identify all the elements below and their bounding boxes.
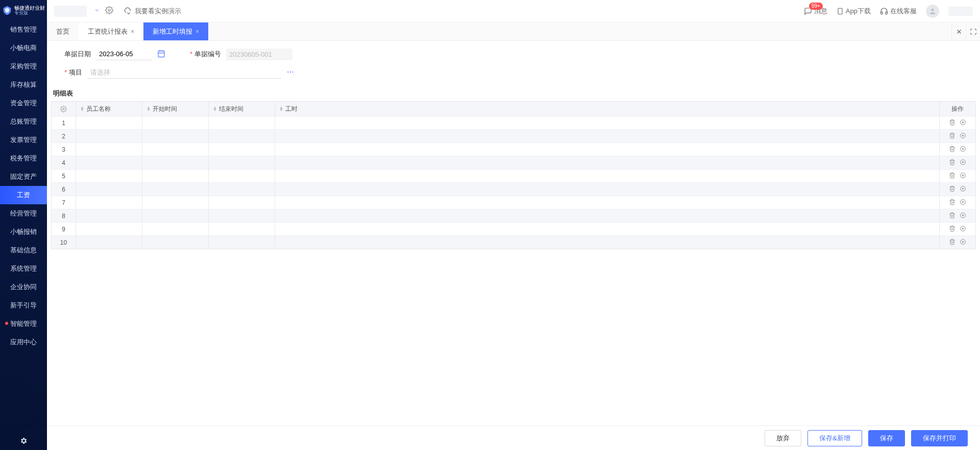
sidebar-item-12[interactable]: 基础信息 [0, 241, 47, 259]
col-end[interactable]: ▲▼结束时间 [209, 102, 275, 116]
sidebar-item-14[interactable]: 企业协同 [0, 278, 47, 296]
table-row[interactable]: 1 [52, 116, 975, 129]
sidebar-item-0[interactable]: 销售管理 [0, 20, 47, 39]
sidebar-item-5[interactable]: 总账管理 [0, 112, 47, 131]
sidebar-item-2[interactable]: 采购管理 [0, 57, 47, 76]
cell-hours[interactable] [275, 143, 940, 156]
row-delete-button[interactable] [949, 159, 955, 167]
online-service-button[interactable]: 在线客服 [880, 7, 917, 16]
top-settings-button[interactable] [105, 6, 113, 16]
sidebar-item-1[interactable]: 小畅电商 [0, 39, 47, 57]
cell-end[interactable] [209, 116, 275, 129]
sidebar-item-7[interactable]: 税务管理 [0, 149, 47, 168]
cell-hours[interactable] [275, 169, 940, 182]
table-row[interactable]: 7 [52, 196, 975, 209]
cell-employee[interactable] [76, 143, 142, 156]
cell-end[interactable] [209, 156, 275, 169]
save-and-new-button[interactable]: 保存&新增 [807, 430, 862, 446]
table-row[interactable]: 6 [52, 182, 975, 196]
fullscreen-button[interactable] [966, 22, 980, 41]
cell-hours[interactable] [275, 116, 940, 129]
cell-employee[interactable] [76, 116, 142, 129]
cell-employee[interactable] [76, 182, 142, 196]
calendar-button[interactable] [157, 50, 165, 59]
cell-employee[interactable] [76, 129, 142, 143]
account-dropdown[interactable] [94, 7, 100, 15]
app-download-button[interactable]: App下载 [837, 7, 871, 16]
cell-end[interactable] [209, 196, 275, 209]
column-settings-button[interactable] [52, 102, 76, 116]
cell-end[interactable] [209, 182, 275, 196]
sidebar-item-8[interactable]: 固定资产 [0, 168, 47, 186]
row-delete-button[interactable] [949, 199, 955, 207]
demo-link[interactable]: 我要看实例演示 [125, 7, 181, 16]
cell-start[interactable] [142, 182, 209, 196]
project-lookup-button[interactable] [286, 68, 295, 78]
row-add-button[interactable] [960, 199, 966, 207]
sidebar-item-13[interactable]: 系统管理 [0, 259, 47, 278]
cell-start[interactable] [142, 222, 209, 235]
row-delete-button[interactable] [949, 146, 955, 154]
table-row[interactable]: 3 [52, 143, 975, 156]
sidebar-item-17[interactable]: 应用中心 [0, 333, 47, 351]
cell-hours[interactable] [275, 196, 940, 209]
row-add-button[interactable] [960, 185, 966, 194]
sidebar-item-10[interactable]: 经营管理 [0, 204, 47, 223]
cell-end[interactable] [209, 235, 275, 249]
cell-employee[interactable] [76, 169, 142, 182]
table-row[interactable]: 9 [52, 222, 975, 235]
table-row[interactable]: 8 [52, 209, 975, 222]
sidebar-settings[interactable] [0, 432, 47, 450]
cell-start[interactable] [142, 209, 209, 222]
table-row[interactable]: 4 [52, 156, 975, 169]
cell-hours[interactable] [275, 222, 940, 235]
cell-hours[interactable] [275, 235, 940, 249]
table-row[interactable]: 2 [52, 129, 975, 143]
cell-employee[interactable] [76, 196, 142, 209]
row-add-button[interactable] [960, 146, 966, 154]
cell-employee[interactable] [76, 209, 142, 222]
cell-start[interactable] [142, 129, 209, 143]
user-avatar[interactable] [926, 5, 939, 18]
cell-start[interactable] [142, 116, 209, 129]
row-add-button[interactable] [960, 159, 966, 167]
sidebar-item-4[interactable]: 资金管理 [0, 94, 47, 112]
cell-end[interactable] [209, 143, 275, 156]
cell-end[interactable] [209, 209, 275, 222]
row-add-button[interactable] [960, 225, 966, 233]
sidebar-item-3[interactable]: 库存核算 [0, 76, 47, 94]
cell-start[interactable] [142, 196, 209, 209]
cell-start[interactable] [142, 169, 209, 182]
sidebar-item-11[interactable]: 小畅报销 [0, 223, 47, 241]
row-delete-button[interactable] [949, 132, 955, 140]
col-hours[interactable]: ▲▼工时 [275, 102, 940, 116]
user-name[interactable] [948, 7, 973, 16]
tab-1[interactable]: 工资统计报表× [79, 22, 143, 40]
row-add-button[interactable] [960, 119, 966, 127]
row-add-button[interactable] [960, 212, 966, 220]
tab-close-icon[interactable]: × [131, 28, 134, 35]
tab-0[interactable]: 首页 [47, 22, 79, 40]
row-delete-button[interactable] [949, 185, 955, 194]
project-input[interactable] [87, 66, 281, 79]
cell-end[interactable] [209, 129, 275, 143]
messages-button[interactable]: 99+ 消息 [804, 7, 827, 16]
cell-employee[interactable] [76, 156, 142, 169]
row-delete-button[interactable] [949, 172, 955, 180]
cell-end[interactable] [209, 169, 275, 182]
row-delete-button[interactable] [949, 212, 955, 220]
cell-hours[interactable] [275, 156, 940, 169]
cell-start[interactable] [142, 235, 209, 249]
discard-button[interactable]: 放弃 [765, 430, 801, 446]
sidebar-item-15[interactable]: 新手引导 [0, 296, 47, 315]
cell-hours[interactable] [275, 129, 940, 143]
row-add-button[interactable] [960, 172, 966, 180]
tab-close-all-button[interactable] [951, 22, 966, 41]
sidebar-item-16[interactable]: 智能管理 [0, 315, 47, 333]
cell-start[interactable] [142, 143, 209, 156]
row-add-button[interactable] [960, 239, 966, 247]
row-delete-button[interactable] [949, 239, 955, 247]
table-row[interactable]: 10 [52, 235, 975, 249]
cell-hours[interactable] [275, 209, 940, 222]
tab-2[interactable]: 新增工时填报× [143, 22, 208, 40]
